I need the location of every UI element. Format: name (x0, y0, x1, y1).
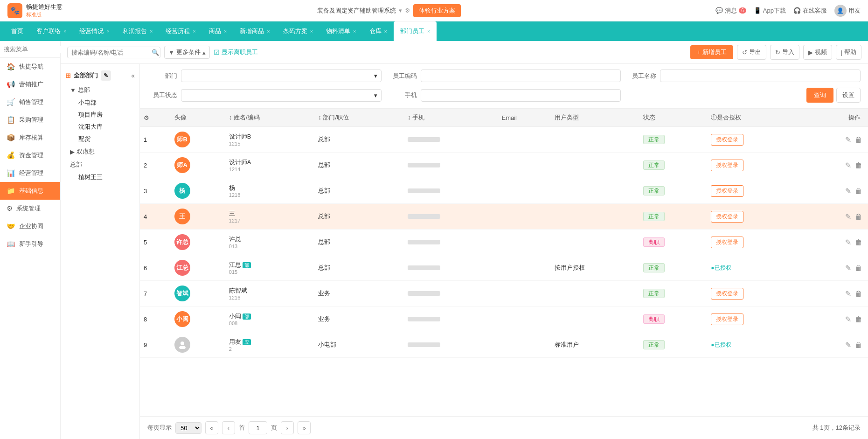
edit-button[interactable]: ✎ (843, 340, 853, 350)
export-button[interactable]: ↺ 导出 (737, 45, 766, 60)
message-btn[interactable]: 💬 消息 6 (715, 7, 746, 15)
col-settings[interactable]: ⚙ (140, 109, 171, 127)
app-download-btn[interactable]: 📱 App下载 (754, 7, 786, 15)
auth-login-button[interactable]: 授权登录 (711, 237, 743, 248)
view-button[interactable]: ▶ 视频 (803, 45, 832, 60)
nav-tab-customer[interactable]: 客户联络 × (30, 21, 73, 41)
add-employee-button[interactable]: + 新增员工 (690, 45, 733, 59)
sidebar-item-system[interactable]: ⚙ 系统管理 (0, 200, 60, 217)
dept-subitem-project[interactable]: 项目库房 (74, 109, 139, 121)
next-page-btn[interactable]: › (281, 421, 294, 434)
dept-select[interactable]: ▾ (181, 70, 382, 82)
query-button[interactable]: 查询 (806, 88, 833, 103)
reset-button[interactable]: 设置 (836, 88, 861, 103)
delete-button[interactable]: 🗑 (853, 263, 864, 273)
more-filter-btn[interactable]: ▼ 更多条件 ▴ (164, 46, 210, 59)
edit-button[interactable]: ✎ (843, 160, 853, 171)
delete-button[interactable]: 🗑 (853, 340, 864, 350)
delete-button[interactable]: 🗑 (853, 314, 864, 325)
dept-subitem-shenyang[interactable]: 沈阳大库 (74, 121, 139, 133)
nav-tab-bom[interactable]: 物料清单 × (319, 21, 362, 41)
dept-subitem-small-elec[interactable]: 小电部 (74, 97, 139, 109)
dept-item-double[interactable]: ▶ 双虑想 (61, 145, 139, 158)
trial-button[interactable]: 体验行业方案 (413, 4, 461, 17)
nav-tab-employee[interactable]: 部门员工 × (394, 21, 437, 41)
emp-code-input[interactable] (421, 70, 621, 82)
online-service-btn[interactable]: 🎧 在线客服 (793, 7, 827, 15)
col-phone[interactable]: ↕ 手机 (404, 109, 498, 127)
delete-button[interactable]: 🗑 (853, 135, 864, 145)
close-icon[interactable]: × (224, 28, 227, 34)
collapse-btn[interactable]: « (131, 72, 135, 79)
edit-button[interactable]: ✎ (843, 134, 853, 145)
sidebar-item-basic[interactable]: 📁 基础信息 (0, 182, 60, 200)
edit-button[interactable]: ✎ (843, 186, 853, 196)
row-number: 8 (140, 307, 171, 332)
close-icon[interactable]: × (150, 28, 153, 34)
page-number-input[interactable] (249, 421, 267, 434)
close-icon[interactable]: × (353, 28, 356, 34)
sidebar-item-guide[interactable]: 📖 新手引导 (0, 235, 60, 253)
close-icon[interactable]: × (106, 28, 109, 34)
close-icon[interactable]: × (310, 28, 313, 34)
sidebar-item-company[interactable]: 🤝 企业协同 (0, 217, 60, 235)
nav-tab-addgoods[interactable]: 新增商品 × (233, 21, 276, 41)
nav-tab-warehouse[interactable]: 仓库 × (363, 21, 394, 41)
close-icon[interactable]: × (63, 28, 66, 34)
edit-button[interactable]: ✎ (843, 263, 853, 273)
delete-button[interactable]: 🗑 (853, 237, 864, 248)
dept-subitem-distribution[interactable]: 配货 (74, 133, 139, 145)
dept-item-headquarters[interactable]: 总部 (61, 158, 139, 171)
nav-tab-goods[interactable]: 商品 × (202, 21, 233, 41)
auth-login-button[interactable]: 授权登录 (711, 288, 743, 300)
col-name[interactable]: ↕ 姓名/编码 (225, 109, 315, 127)
edit-button[interactable]: ✎ (843, 314, 853, 325)
delete-button[interactable]: 🗑 (853, 212, 864, 222)
last-page-btn[interactable]: » (298, 421, 311, 434)
phone-input[interactable] (421, 89, 621, 102)
auth-login-button[interactable]: 授权登录 (711, 185, 743, 197)
nav-tab-profit[interactable]: 利润报告 × (116, 21, 159, 41)
help-button[interactable]: | 帮助 (836, 45, 861, 60)
import-button[interactable]: ↻ 导入 (770, 45, 799, 60)
delete-button[interactable]: 🗑 (853, 289, 864, 299)
per-page-select[interactable]: 50 20 100 (175, 422, 201, 434)
nav-tab-home[interactable]: 首页 (5, 21, 30, 41)
emp-name-input[interactable] (660, 70, 861, 82)
sidebar-item-sales[interactable]: 🛒 销售管理 (0, 93, 60, 111)
delete-button[interactable]: 🗑 (853, 160, 864, 171)
auth-login-button[interactable]: 授权登录 (711, 134, 743, 146)
nav-tab-operation[interactable]: 经营情况 × (73, 21, 116, 41)
search-input-main[interactable] (71, 49, 150, 56)
show-resigned-toggle[interactable]: ☑ 显示离职员工 (214, 48, 258, 56)
sidebar-item-purchase[interactable]: 📋 采购管理 (0, 111, 60, 129)
delete-button[interactable]: 🗑 (853, 186, 864, 196)
nav-tab-barcode[interactable]: 条码方案 × (277, 21, 319, 41)
sidebar-item-finance[interactable]: 💰 资金管理 (0, 146, 60, 164)
sidebar-item-marketing[interactable]: 📢 营销推广 (0, 76, 60, 93)
edit-button[interactable]: ✎ (843, 211, 853, 222)
row-email (498, 230, 551, 255)
col-dept[interactable]: ↕ 部门/职位 (314, 109, 404, 127)
status-select[interactable]: ▾ (181, 89, 382, 102)
user-btn[interactable]: 👤 用友 (834, 5, 861, 17)
dept-item-general[interactable]: ▼ 总部 (61, 84, 139, 97)
sidebar-item-inventory[interactable]: 📦 库存核算 (0, 129, 60, 146)
auth-login-button[interactable]: 授权登录 (711, 211, 743, 223)
close-icon[interactable]: × (193, 28, 195, 34)
close-icon[interactable]: × (267, 28, 270, 34)
close-icon[interactable]: × (427, 28, 430, 34)
auth-login-button[interactable]: 授权登录 (711, 160, 743, 171)
edit-button[interactable]: ✎ (843, 288, 853, 299)
prev-page-btn[interactable]: ‹ (222, 421, 235, 434)
dept-subitem-plant[interactable]: 植树王三 (74, 171, 139, 183)
settings-icon[interactable]: ⚙ (405, 7, 410, 14)
sidebar-item-quick-nav[interactable]: 🏠 快捷导航 (0, 58, 60, 76)
auth-login-button[interactable]: 授权登录 (711, 314, 743, 325)
dept-edit-btn[interactable]: ✎ (101, 70, 111, 81)
close-icon[interactable]: × (384, 28, 387, 34)
edit-button[interactable]: ✎ (843, 237, 853, 248)
sidebar-item-operation[interactable]: 📊 经营管理 (0, 164, 60, 182)
nav-tab-history[interactable]: 经营历程 × (159, 21, 202, 41)
first-page-btn[interactable]: « (205, 421, 218, 434)
